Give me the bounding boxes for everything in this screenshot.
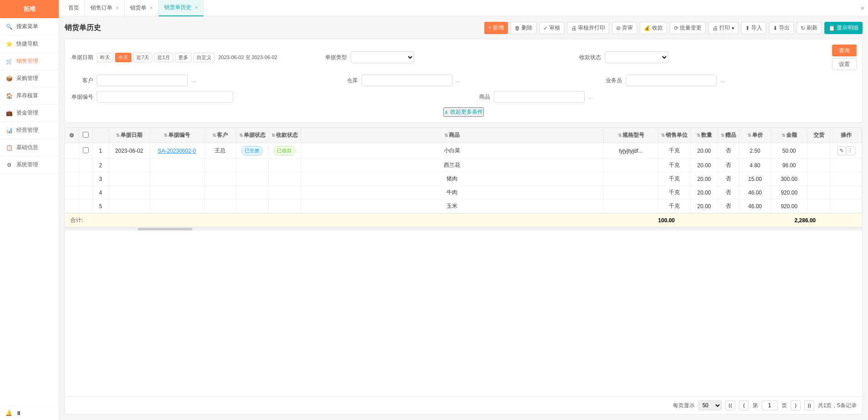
page-prev-btn[interactable]: ⟨ (739, 400, 749, 410)
sidebar-item-quick-nav[interactable]: ⭐ 快捷导航 (0, 35, 59, 53)
row-checkbox[interactable] (79, 159, 92, 172)
delete-button[interactable]: 🗑 删除 (511, 22, 537, 34)
sidebar-bottom-icon1[interactable]: 🔔 (5, 410, 12, 416)
audit-print-button[interactable]: 🖨 审核并打印 (567, 22, 609, 34)
col-goods[interactable]: 商品 (301, 128, 604, 143)
scrollbar-thumb[interactable] (138, 228, 192, 230)
col-date[interactable]: 单据日期 (109, 128, 150, 143)
sidebar-item-label: 系统管理 (16, 161, 38, 169)
date-label: 单据日期 (70, 54, 93, 61)
summary-total-amount: 2,286.00 (789, 215, 821, 226)
collect-button[interactable]: 💰 收款 (640, 22, 667, 34)
date-custom-btn[interactable]: 自定义 (193, 53, 215, 62)
col-qty[interactable]: 数量 (691, 128, 718, 143)
date-yesterday-btn[interactable]: 昨天 (97, 53, 113, 62)
sidebar-item-purchase-mgmt[interactable]: 📦 采购管理 (0, 70, 59, 87)
goods-dots-btn[interactable]: ... (588, 94, 593, 100)
more-btn[interactable]: ⋮ (846, 146, 855, 155)
sn-link[interactable]: SA-20230602-0 (158, 148, 196, 154)
refresh-button[interactable]: ↻ 刷新 (797, 22, 822, 34)
per-page-label: 每页显示 (673, 402, 695, 410)
show-detail-button[interactable]: 📋 显示明细 (824, 22, 863, 34)
new-button[interactable]: + 新增 (484, 22, 508, 34)
per-page-select[interactable]: 50 100 200 (698, 400, 722, 410)
tab-sales-history[interactable]: 销货单历史 × (159, 0, 204, 16)
col-unit[interactable]: 销售单位 (658, 128, 691, 143)
sidebar-item-finance-mgmt[interactable]: 💼 资金管理 (0, 105, 59, 122)
sidebar-item-inventory[interactable]: 🏠 库存核算 (0, 87, 59, 105)
sidebar-item-sales-mgmt[interactable]: 🛒 销售管理 (0, 53, 59, 70)
row-checkbox[interactable] (79, 143, 92, 159)
sidebar-item-system-mgmt[interactable]: ⚙ 系统管理 (0, 156, 59, 174)
doc-sn-input[interactable] (97, 91, 233, 103)
col-price[interactable]: 单价 (739, 128, 771, 143)
row-goods: 玉米 (301, 200, 604, 213)
summary-label: 合计: (65, 214, 88, 227)
tab-sales-goods[interactable]: 销货单 × (125, 0, 159, 16)
sidebar-item-operations-mgmt[interactable]: 📊 经营管理 (0, 122, 59, 139)
row-customer: 王总 (204, 143, 236, 159)
doc-type-select[interactable] (351, 51, 414, 63)
batch-change-button[interactable]: ⟳ 批量变更 (670, 22, 706, 34)
export-button[interactable]: ⬇ 导出 (769, 22, 794, 34)
edit-btn[interactable]: ✎ (837, 146, 846, 155)
warehouse-label: 仓库 (335, 77, 358, 85)
pay-status-select[interactable] (605, 51, 668, 63)
col-doc-status[interactable]: 单据状态 (236, 128, 268, 143)
customer-input[interactable] (97, 75, 188, 86)
col-spec[interactable]: 规格型号 (604, 128, 658, 143)
tab-close-sales-order[interactable]: × (116, 5, 119, 10)
import-button[interactable]: ⬆ 导入 (741, 22, 766, 34)
tab-close-sales-goods[interactable]: × (150, 5, 153, 10)
tab-bar-close-all[interactable]: × (861, 5, 864, 12)
col-gear[interactable]: ⚙ (65, 128, 79, 143)
sidebar-bottom-icon2[interactable]: ⏸ (16, 410, 21, 416)
select-all-checkbox[interactable] (83, 132, 89, 138)
page-next-btn[interactable]: ⟩ (791, 400, 801, 410)
audit-button[interactable]: ✓ 审核 (539, 22, 564, 34)
col-amount[interactable]: 金额 (771, 128, 808, 143)
goods-input[interactable] (494, 91, 585, 103)
warehouse-input[interactable] (361, 75, 452, 86)
row-sn[interactable]: SA-20230602-0 (150, 143, 204, 159)
data-table: ⚙ 单据日期 单据编号 客户 单据状态 收款状态 商品 规格型号 销售单位 数量… (65, 128, 862, 213)
table-row: 3 猪肉 千克 20.00 否 15.00 300.00 (65, 172, 862, 186)
date-1month-btn[interactable]: 近1月 (154, 53, 173, 62)
query-button[interactable]: 查询 (832, 45, 857, 56)
settings-button[interactable]: 设置 (832, 58, 857, 70)
tab-sales-order[interactable]: 销售订单 × (85, 0, 125, 16)
abandon-button[interactable]: ⊘ 弃审 (612, 22, 637, 34)
col-gift[interactable]: 赠品 (718, 128, 739, 143)
row-checkbox[interactable] (79, 172, 92, 186)
chart-icon: 📊 (5, 127, 13, 134)
warehouse-dots-btn[interactable]: ... (456, 77, 461, 84)
page-first-btn[interactable]: ⟨⟨ (725, 400, 735, 410)
row-check[interactable] (83, 147, 89, 153)
staff-input[interactable] (626, 75, 717, 86)
print-button[interactable]: 🖨 打印 ▾ (708, 22, 738, 34)
row-pay-status (268, 172, 301, 186)
collapse-button[interactable]: ∧ 收起更多条件 (443, 107, 484, 117)
tab-home[interactable]: 首页 (63, 0, 85, 16)
staff-dots-btn[interactable]: ... (720, 77, 725, 84)
col-sn[interactable]: 单据编号 (150, 128, 204, 143)
collect-icon: 💰 (644, 25, 651, 31)
row-checkbox[interactable] (79, 186, 92, 200)
customer-dots-btn[interactable]: ... (191, 77, 196, 84)
horizontal-scrollbar[interactable] (65, 227, 862, 230)
col-pay-status[interactable]: 收款状态 (268, 128, 301, 143)
col-checkbox[interactable] (79, 128, 92, 143)
sidebar-item-label: 经营管理 (16, 126, 38, 134)
tab-close-sales-history[interactable]: × (195, 5, 198, 10)
filter-row-1: 单据日期 昨天 今天 近7天 近1月 更多 自定义 2023-06-02 至 2… (70, 45, 857, 70)
date-7days-btn[interactable]: 近7天 (133, 53, 152, 62)
page-number-input[interactable] (762, 400, 778, 410)
sidebar-item-basic-info[interactable]: 📋 基础信息 (0, 139, 59, 156)
row-checkbox[interactable] (79, 200, 92, 213)
page-last-btn[interactable]: ⟩⟩ (804, 400, 814, 410)
sidebar-item-search-menu[interactable]: 🔍 搜索菜单 (0, 18, 59, 35)
pagination-bar: 每页显示 50 100 200 ⟨⟨ ⟨ 第 页 ⟩ ⟩⟩ 共1页，5条记录 (65, 397, 863, 415)
col-customer[interactable]: 客户 (204, 128, 236, 143)
date-more-btn[interactable]: 更多 (175, 53, 191, 62)
date-today-btn[interactable]: 今天 (115, 53, 131, 62)
